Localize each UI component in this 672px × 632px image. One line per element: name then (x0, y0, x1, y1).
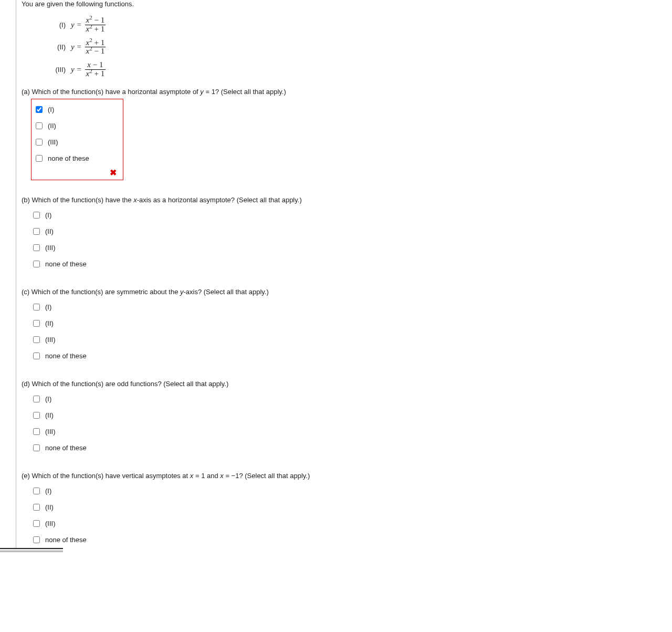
page-bottom-edge (0, 548, 63, 552)
option-label: none of these (45, 352, 87, 360)
checkbox-e-4[interactable] (33, 536, 40, 543)
option-label: (II) (45, 503, 54, 511)
option-b-3[interactable]: (III) (31, 240, 641, 256)
checkbox-b-1[interactable] (33, 212, 40, 219)
option-c-1[interactable]: (I) (31, 299, 641, 315)
option-label: none of these (45, 444, 87, 452)
checkbox-b-3[interactable] (33, 244, 40, 251)
option-d-3[interactable]: (III) (31, 423, 641, 440)
question-d-prompt: (d) Which of the function(s) are odd fun… (22, 380, 641, 388)
question-b-options: (I) (II) (III) none of these (31, 207, 641, 272)
option-label: (II) (45, 227, 54, 235)
option-label: (II) (45, 411, 54, 419)
option-label: none of these (45, 260, 87, 268)
option-b-1[interactable]: (I) (31, 207, 641, 223)
question-a-options: (I) (II) (III) none of these ✖ (31, 99, 123, 180)
option-label: (III) (45, 244, 56, 252)
function-label: (I) (43, 21, 66, 29)
option-label: (III) (48, 138, 58, 146)
option-label: (II) (48, 122, 56, 130)
option-label: (II) (45, 319, 54, 327)
option-label: (I) (45, 303, 51, 311)
y-equals: y = (71, 65, 82, 74)
function-row-2: (II) y = x2 + 1 x2 − 1 (43, 39, 641, 56)
option-d-4[interactable]: none of these (31, 440, 641, 456)
checkbox-c-4[interactable] (33, 353, 40, 359)
function-label: (II) (43, 43, 66, 51)
function-definitions: (I) y = x2 − 1 x2 + 1 (II) y = x2 + 1 x2… (43, 16, 641, 78)
option-e-4[interactable]: none of these (31, 532, 641, 548)
intro-text: You are given the following functions. (22, 0, 641, 11)
question-b: (b) Which of the function(s) have the x-… (22, 196, 641, 272)
function-label: (III) (43, 66, 66, 74)
option-e-1[interactable]: (I) (31, 483, 641, 499)
option-a-1[interactable]: (I) (34, 101, 119, 118)
checkbox-c-2[interactable] (33, 320, 40, 327)
option-a-2[interactable]: (II) (34, 118, 119, 134)
checkbox-d-3[interactable] (33, 428, 40, 435)
option-label: (III) (45, 520, 56, 527)
checkbox-e-2[interactable] (33, 504, 40, 511)
checkbox-a-1[interactable] (36, 106, 43, 113)
option-label: (I) (48, 106, 54, 113)
checkbox-a-2[interactable] (36, 122, 43, 129)
checkbox-b-4[interactable] (33, 261, 40, 267)
question-e-prompt: (e) Which of the function(s) have vertic… (22, 472, 641, 480)
checkbox-e-1[interactable] (33, 488, 40, 494)
option-d-1[interactable]: (I) (31, 391, 641, 407)
question-c-prompt: (c) Which of the function(s) are symmetr… (22, 288, 641, 296)
checkbox-a-4[interactable] (36, 155, 43, 162)
fraction-1: x2 − 1 x2 + 1 (85, 16, 106, 34)
wrong-icon: ✖ (34, 167, 119, 180)
option-c-4[interactable]: none of these (31, 348, 641, 364)
question-c-options: (I) (II) (III) none of these (31, 299, 641, 364)
option-a-3[interactable]: (III) (34, 134, 119, 150)
option-label: (I) (45, 211, 51, 219)
question-a-prompt: (a) Which of the function(s) have a hori… (22, 88, 641, 96)
option-label: none of these (45, 536, 87, 544)
fraction-3: x − 1 x2 + 1 (85, 61, 106, 78)
question-page: You are given the following functions. (… (16, 0, 641, 548)
checkbox-d-1[interactable] (33, 396, 40, 402)
option-label: (I) (45, 487, 51, 495)
checkbox-b-2[interactable] (33, 228, 40, 235)
y-equals: y = (71, 20, 82, 29)
question-d-options: (I) (II) (III) none of these (31, 391, 641, 456)
y-equals: y = (71, 43, 82, 51)
checkbox-e-3[interactable] (33, 520, 40, 527)
option-label: (III) (45, 336, 56, 344)
checkbox-d-2[interactable] (33, 412, 40, 419)
option-c-2[interactable]: (II) (31, 315, 641, 331)
checkbox-a-3[interactable] (36, 139, 43, 146)
fraction-2: x2 + 1 x2 − 1 (85, 39, 106, 56)
question-e-options: (I) (II) (III) none of these (31, 483, 641, 548)
checkbox-c-1[interactable] (33, 304, 40, 310)
question-d: (d) Which of the function(s) are odd fun… (22, 380, 641, 456)
checkbox-c-3[interactable] (33, 336, 40, 343)
option-e-2[interactable]: (II) (31, 499, 641, 515)
function-row-1: (I) y = x2 − 1 x2 + 1 (43, 16, 641, 34)
option-a-4[interactable]: none of these (34, 150, 119, 167)
question-c: (c) Which of the function(s) are symmetr… (22, 288, 641, 364)
option-label: none of these (48, 154, 89, 162)
checkbox-d-4[interactable] (33, 444, 40, 451)
option-b-2[interactable]: (II) (31, 223, 641, 240)
option-c-3[interactable]: (III) (31, 331, 641, 348)
question-e: (e) Which of the function(s) have vertic… (22, 472, 641, 548)
function-row-3: (III) y = x − 1 x2 + 1 (43, 61, 641, 78)
option-label: (I) (45, 395, 51, 403)
option-d-2[interactable]: (II) (31, 407, 641, 423)
option-label: (III) (45, 428, 56, 436)
option-b-4[interactable]: none of these (31, 256, 641, 272)
question-a: (a) Which of the function(s) have a hori… (22, 88, 641, 180)
question-b-prompt: (b) Which of the function(s) have the x-… (22, 196, 641, 204)
option-e-3[interactable]: (III) (31, 515, 641, 532)
